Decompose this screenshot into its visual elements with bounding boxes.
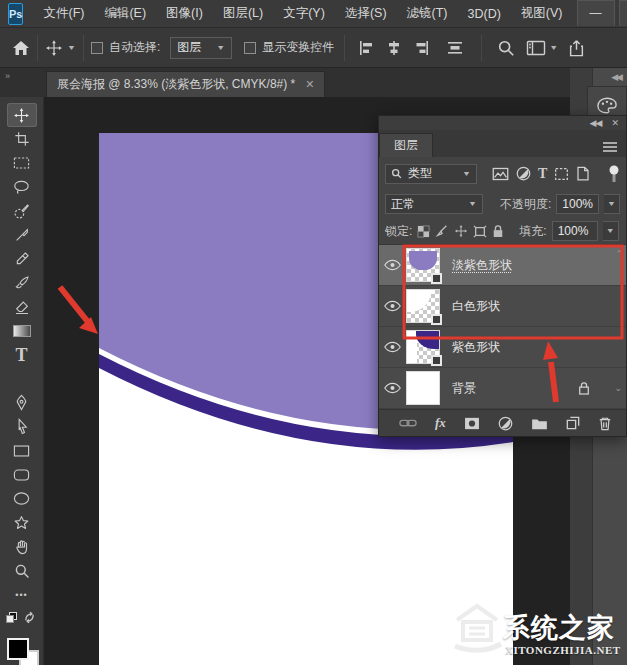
panel-menu-icon[interactable] bbox=[602, 142, 618, 152]
foreground-color-swatch[interactable] bbox=[7, 638, 29, 660]
lock-pixels-icon[interactable] bbox=[435, 224, 449, 238]
layer-thumbnail[interactable] bbox=[406, 289, 440, 323]
scroll-up-icon[interactable]: ⌃ bbox=[615, 249, 623, 259]
panel-collapse-icon[interactable]: ◀◀ bbox=[590, 118, 602, 128]
layer-name[interactable]: 淡紫色形状 bbox=[452, 257, 512, 274]
lasso-tool[interactable] bbox=[7, 175, 37, 199]
double-chevron-icon[interactable]: ◀◀ bbox=[611, 72, 621, 82]
menu-edit[interactable]: 编辑(E) bbox=[94, 0, 156, 28]
healing-brush-tool[interactable] bbox=[7, 223, 37, 247]
lock-transparency-icon[interactable] bbox=[417, 225, 430, 238]
new-group-icon[interactable] bbox=[531, 417, 548, 430]
layer-thumbnail[interactable] bbox=[406, 248, 440, 282]
scroll-down-icon[interactable]: ⌄ bbox=[614, 383, 622, 393]
lock-all-icon[interactable] bbox=[492, 224, 504, 238]
direct-select-tool[interactable] bbox=[7, 415, 37, 439]
menu-select[interactable]: 选择(S) bbox=[335, 0, 397, 28]
auto-select-target-dropdown[interactable]: 图层 ▼ bbox=[170, 37, 232, 59]
lock-position-icon[interactable] bbox=[454, 224, 468, 238]
layers-panel: ◀◀ ✕ 图层 类型 ▼ T 正 bbox=[378, 115, 627, 437]
new-adjustment-layer-icon[interactable] bbox=[498, 416, 513, 431]
filtering-toggle[interactable] bbox=[608, 165, 620, 183]
search-icon[interactable] bbox=[497, 39, 515, 57]
move-tool-option-icon[interactable] bbox=[45, 39, 63, 57]
swap-colors-icon[interactable] bbox=[23, 611, 36, 624]
maximize-button[interactable]: □ bbox=[619, 0, 627, 26]
menu-type[interactable]: 文字(Y) bbox=[273, 0, 335, 28]
tab-close-icon[interactable]: ✕ bbox=[305, 78, 314, 91]
menu-filter[interactable]: 滤镜(T) bbox=[397, 0, 458, 28]
quick-select-tool[interactable] bbox=[7, 199, 37, 223]
layer-thumbnail[interactable] bbox=[406, 371, 440, 405]
distribute-centers-icon[interactable] bbox=[446, 40, 464, 56]
delete-layer-icon[interactable] bbox=[598, 416, 612, 431]
fill-input[interactable]: 100% bbox=[552, 221, 598, 241]
ellipse-tool[interactable] bbox=[7, 487, 37, 511]
add-layer-mask-icon[interactable] bbox=[464, 417, 480, 430]
visibility-eye-icon[interactable] bbox=[379, 382, 406, 394]
document-tab[interactable]: 展会海报 @ 8.33% (淡紫色形状, CMYK/8#) * ✕ bbox=[46, 71, 325, 97]
home-icon[interactable] bbox=[12, 40, 30, 56]
chevron-down-icon[interactable]: ▼ bbox=[67, 44, 76, 52]
auto-select-checkbox[interactable] bbox=[91, 42, 103, 54]
layer-name[interactable]: 紫色形状 bbox=[452, 339, 500, 356]
layer-style-fx-icon[interactable]: fx bbox=[435, 415, 446, 431]
filter-adjustment-layers-icon[interactable] bbox=[516, 166, 531, 181]
filter-smart-objects-icon[interactable] bbox=[576, 166, 590, 181]
menu-layer[interactable]: 图层(L) bbox=[213, 0, 273, 28]
layer-name[interactable]: 背景 bbox=[452, 380, 476, 397]
filter-type-layers-icon[interactable]: T bbox=[538, 166, 547, 182]
visibility-eye-icon[interactable] bbox=[379, 259, 406, 271]
zoom-tool[interactable] bbox=[7, 559, 37, 583]
type-tool[interactable]: T bbox=[7, 343, 37, 367]
opacity-input[interactable]: 100% bbox=[556, 194, 599, 214]
minimize-button[interactable]: — bbox=[577, 0, 615, 26]
layer-name[interactable]: 白色形状 bbox=[452, 298, 500, 315]
filter-type-dropdown[interactable]: 类型 ▼ bbox=[385, 164, 477, 184]
brush-tool[interactable] bbox=[7, 271, 37, 295]
fill-dropdown-button[interactable]: ▼ bbox=[603, 221, 619, 241]
align-horizontal-centers-icon[interactable] bbox=[386, 40, 402, 56]
layer-row-purple-shape[interactable]: 紫色形状 bbox=[379, 327, 626, 368]
filter-pixel-layers-icon[interactable] bbox=[492, 167, 509, 181]
filter-shape-layers-icon[interactable] bbox=[554, 167, 569, 181]
rectangle-tool[interactable] bbox=[7, 439, 37, 463]
new-layer-icon[interactable] bbox=[566, 416, 580, 430]
layers-tab[interactable]: 图层 bbox=[379, 133, 433, 157]
share-icon[interactable] bbox=[568, 39, 585, 57]
menu-image[interactable]: 图像(I) bbox=[156, 0, 213, 28]
opacity-dropdown-button[interactable]: ▼ bbox=[604, 194, 620, 214]
show-transform-checkbox[interactable] bbox=[244, 42, 256, 54]
panel-close-icon[interactable]: ✕ bbox=[611, 118, 619, 128]
blend-mode-dropdown[interactable]: 正常 ▼ bbox=[385, 194, 483, 214]
marquee-tool[interactable] bbox=[7, 151, 37, 175]
move-tool[interactable] bbox=[7, 103, 37, 127]
lock-row: 锁定: 填充: 100% ▼ bbox=[379, 218, 626, 245]
rounded-rectangle-tool[interactable] bbox=[7, 463, 37, 487]
align-left-edges-icon[interactable] bbox=[358, 40, 374, 56]
pen-tool[interactable] bbox=[7, 391, 37, 415]
lock-artboard-icon[interactable] bbox=[473, 225, 487, 238]
menu-view[interactable]: 视图(V) bbox=[511, 0, 573, 28]
layer-row-white-shape[interactable]: 白色形状 bbox=[379, 286, 626, 327]
menu-file[interactable]: 文件(F) bbox=[33, 0, 94, 28]
eraser-tool[interactable] bbox=[7, 295, 37, 319]
more-tools-icon[interactable]: ••• bbox=[7, 583, 37, 607]
chevron-down-icon[interactable]: ▼ bbox=[549, 44, 558, 52]
link-layers-icon[interactable] bbox=[399, 418, 417, 428]
layer-row-background[interactable]: 背景 ⌄ bbox=[379, 368, 626, 409]
eyedropper-tool[interactable] bbox=[7, 247, 37, 271]
crop-tool[interactable] bbox=[7, 127, 37, 151]
menu-3d[interactable]: 3D(D) bbox=[458, 0, 511, 28]
visibility-eye-icon[interactable] bbox=[379, 341, 406, 353]
layer-thumbnail[interactable] bbox=[406, 330, 440, 364]
layer-row-light-purple-shape[interactable]: 淡紫色形状 ⌃ bbox=[379, 245, 626, 286]
visibility-eye-icon[interactable] bbox=[379, 300, 406, 312]
workspace-switcher-icon[interactable] bbox=[526, 40, 546, 56]
default-colors-icon[interactable] bbox=[5, 611, 39, 624]
gradient-tool[interactable] bbox=[7, 319, 37, 343]
align-right-edges-icon[interactable] bbox=[414, 40, 430, 56]
custom-shape-tool[interactable] bbox=[7, 511, 37, 535]
hand-tool[interactable] bbox=[7, 535, 37, 559]
double-chevron-icon[interactable]: » bbox=[5, 71, 8, 81]
